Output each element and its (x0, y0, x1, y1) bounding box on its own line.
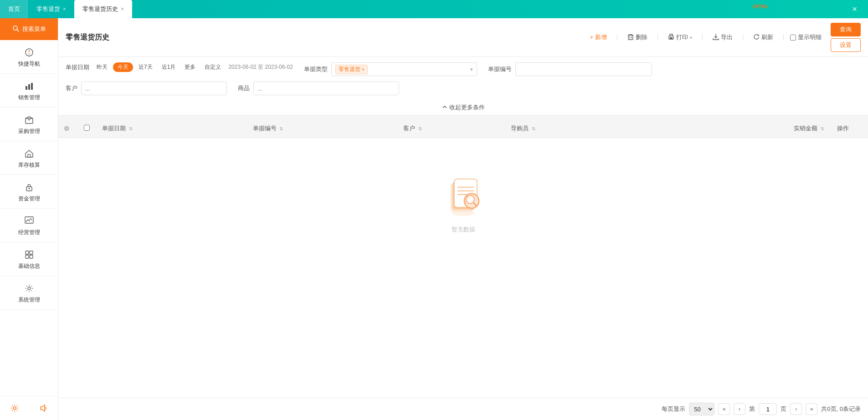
top-bar: 首页 零售退货 × 零售退货历史 × OfTEn × (0, 0, 868, 18)
svg-rect-22 (628, 35, 633, 40)
svg-rect-18 (30, 255, 33, 258)
show-details-input[interactable] (790, 35, 796, 41)
tab-home[interactable]: 首页 (0, 0, 28, 18)
th-gear: ⚙ (58, 119, 78, 138)
page-title: 零售退货历史 (66, 33, 109, 42)
svg-point-19 (28, 287, 31, 290)
svg-point-13 (28, 188, 30, 190)
no-sort-icon[interactable]: ⇅ (279, 126, 283, 131)
page-header: 零售退货历史 + 新增 删除 (58, 18, 868, 57)
th-no: 单据编号 ⇅ (247, 119, 398, 138)
voucher-type-filter-item: 单据类型 零售退货 × ▾ (304, 62, 477, 76)
th-date-label: 单据日期 (102, 125, 126, 132)
divider3 (702, 34, 703, 41)
refresh-button[interactable]: 刷新 (750, 31, 777, 43)
add-button[interactable]: + 新增 (586, 31, 611, 43)
tab-retail-return[interactable]: 零售退货 × (28, 0, 74, 18)
window-close-button[interactable]: × (848, 5, 861, 14)
voucher-type-tag: 零售退货 × (335, 65, 368, 74)
guide-sort-icon[interactable]: ⇅ (532, 126, 535, 131)
svg-rect-26 (670, 37, 673, 39)
col-settings-icon[interactable]: ⚙ (64, 125, 70, 132)
last-page-button[interactable]: » (806, 403, 817, 415)
date-filter-item: 单据日期 昨天 今天 近7天 近1月 更多 自定义 2023-06-02 至 2… (66, 62, 293, 72)
header-actions: + 新增 删除 (586, 23, 861, 52)
goods-input[interactable] (253, 82, 399, 95)
sidebar-item-inventory[interactable]: 库存核算 (0, 141, 58, 175)
next-page-button[interactable]: › (790, 403, 802, 415)
tab-retail-return-history-close[interactable]: × (121, 6, 124, 12)
date-opt-last1month[interactable]: 近1月 (158, 62, 180, 72)
date-options: 昨天 今天 近7天 近1月 更多 自定义 2023-06-02 至 2023-0… (93, 62, 293, 72)
sidebar-item-sales-mgmt[interactable]: 销售管理 (0, 74, 58, 108)
page-number-input[interactable] (759, 403, 777, 415)
th-amount: 实销金额 ⇅ (674, 119, 832, 138)
goods-filter-item: 商品 (238, 82, 399, 95)
filter-row-1: 单据日期 昨天 今天 近7天 近1月 更多 自定义 2023-06-02 至 2… (66, 62, 861, 76)
refresh-icon (753, 34, 760, 41)
filter-row-2: 客户 商品 (66, 82, 861, 95)
date-sort-icon[interactable]: ⇅ (129, 126, 133, 131)
select-tag-group: 零售退货 × (335, 65, 368, 74)
th-guide: 导购员 ⇅ (505, 119, 634, 138)
table-header-row: ⚙ 单据日期 ⇅ 单据编号 ⇅ (58, 119, 868, 138)
sidebar-item-purchase-mgmt[interactable]: 采购管理 (0, 108, 58, 141)
date-opt-today[interactable]: 今天 (113, 62, 133, 72)
th-customer-label: 客户 (403, 125, 415, 132)
divider4 (743, 34, 743, 41)
collapse-button[interactable]: 收起更多条件 (66, 101, 861, 115)
sidebar-bottom (0, 396, 58, 420)
per-page-select[interactable]: 10 20 50 100 (689, 403, 714, 415)
tab-list: 首页 零售退货 × 零售退货历史 × (0, 0, 132, 18)
sidebar-item-finance[interactable]: 资金管理 (0, 175, 58, 209)
settings-icon (24, 283, 34, 293)
date-opt-custom[interactable]: 自定义 (201, 62, 225, 72)
chart-icon (24, 81, 34, 91)
export-button[interactable]: 导出 (709, 31, 736, 43)
date-opt-more[interactable]: 更多 (181, 62, 199, 72)
divider1 (617, 34, 617, 41)
voucher-no-input[interactable] (515, 62, 652, 76)
per-page-label: 每页显示 (662, 405, 685, 413)
show-details-checkbox[interactable]: 显示明细 (790, 33, 822, 41)
tab-retail-return-close[interactable]: × (63, 6, 66, 12)
customer-input[interactable] (81, 82, 227, 95)
query-button[interactable]: 查询 (831, 23, 861, 36)
lock-icon (24, 182, 34, 192)
sidebar-item-operations[interactable]: 经营管理 (0, 209, 58, 242)
total-info: 共0页, 0条记录 (821, 405, 861, 413)
tab-retail-return-history[interactable]: 零售退货历史 × (74, 0, 132, 18)
print-icon (668, 34, 674, 41)
divider2 (657, 34, 658, 41)
prev-page-button[interactable]: ‹ (734, 403, 745, 415)
print-button[interactable]: 打印 ▾ (664, 31, 696, 43)
page-unit: 页 (781, 405, 786, 413)
svg-marker-3 (28, 50, 30, 52)
delete-button[interactable]: 删除 (624, 31, 651, 43)
select-all-checkbox[interactable] (84, 125, 90, 131)
voucher-type-tag-close[interactable]: × (362, 67, 365, 72)
gear-bottom-icon[interactable] (8, 402, 21, 415)
settings-button[interactable]: 设置 (831, 38, 861, 52)
sidebar-item-basic-info[interactable]: 基础信息 (0, 242, 58, 276)
th-date: 单据日期 ⇅ (97, 119, 247, 138)
date-opt-last7[interactable]: 近7天 (135, 62, 156, 72)
filter-area: 单据日期 昨天 今天 近7天 近1月 更多 自定义 2023-06-02 至 2… (58, 57, 868, 116)
print-dropdown-icon: ▾ (690, 35, 692, 40)
box-icon (24, 115, 34, 125)
sidebar-item-system[interactable]: 系统管理 (0, 276, 58, 310)
customer-sort-icon[interactable]: ⇅ (418, 126, 422, 131)
empty-state: 暂无数据 (58, 138, 868, 261)
date-opt-yesterday[interactable]: 昨天 (93, 62, 111, 72)
first-page-button[interactable]: « (718, 403, 730, 415)
th-customer: 客户 ⇅ (398, 119, 505, 138)
sidebar-search-button[interactable]: 搜索菜单 (0, 18, 58, 40)
amount-sort-icon[interactable]: ⇅ (821, 126, 824, 131)
volume-icon[interactable] (37, 402, 50, 415)
sidebar-item-quick-nav[interactable]: 快捷导航 (0, 40, 58, 74)
sidebar: 搜索菜单 快捷导航 销售管理 (0, 18, 58, 420)
export-icon (713, 34, 719, 41)
svg-point-20 (13, 407, 16, 410)
voucher-type-select[interactable]: 零售退货 × ▾ (331, 62, 477, 76)
main-layout: 搜索菜单 快捷导航 销售管理 (0, 18, 868, 420)
